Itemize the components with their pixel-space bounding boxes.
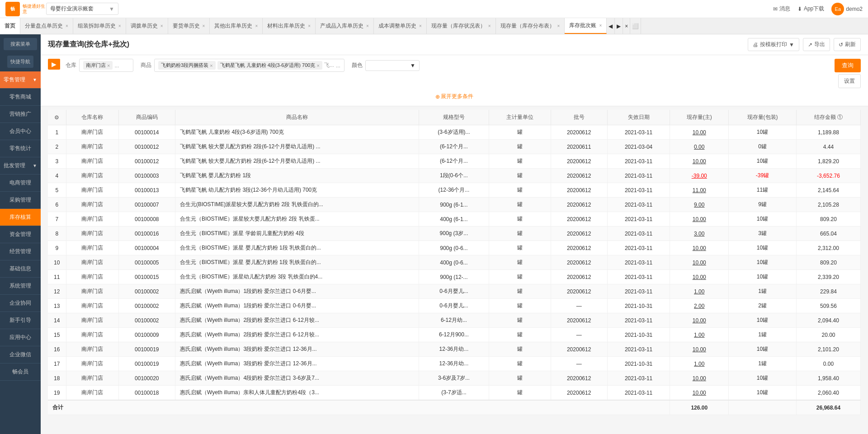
cell-stock-main[interactable]: 1.00 bbox=[670, 284, 729, 299]
tab-maximize[interactable]: ⬜ bbox=[630, 18, 641, 34]
sidebar-item-membership[interactable]: 会员中心 bbox=[0, 123, 41, 140]
tab-kucun1[interactable]: 现存量（库存状况表） × bbox=[427, 18, 496, 34]
tab-close-diaob[interactable]: × bbox=[160, 24, 163, 28]
tab-close-chancheng[interactable]: × bbox=[366, 24, 369, 28]
warehouse-dots[interactable]: ... bbox=[114, 62, 119, 69]
cell-balance: 4.44 bbox=[796, 140, 860, 154]
cell-stock-main[interactable]: 1.00 bbox=[670, 357, 729, 371]
cell-unit: 罐 bbox=[489, 342, 551, 357]
app-download-button[interactable]: ⬇ App下载 bbox=[797, 5, 824, 13]
tab-nav-prev[interactable]: ◀ bbox=[607, 18, 615, 34]
col-setting[interactable]: ⚙ bbox=[48, 110, 66, 125]
tab-close-zuhe[interactable]: × bbox=[118, 24, 121, 28]
cell-stock-main[interactable]: 2.00 bbox=[670, 299, 729, 313]
tab-qitachuku[interactable]: 其他出库单历史 × bbox=[210, 18, 263, 34]
tab-kucun3[interactable]: 库存批次账 × bbox=[565, 18, 607, 34]
export-button[interactable]: ↗ 导出 bbox=[803, 38, 830, 51]
sidebar-item-retail-shop[interactable]: 零售商城 bbox=[0, 89, 41, 106]
filter-expand-arrow[interactable]: ▶ bbox=[48, 59, 60, 70]
tab-close-fenpan[interactable]: × bbox=[66, 24, 68, 28]
goods-tag-1-close[interactable]: × bbox=[210, 63, 212, 68]
tab-yaohuo[interactable]: 要货单历史 × bbox=[168, 18, 210, 34]
expand-more-button[interactable]: ⊕ 展开更多条件 bbox=[432, 91, 477, 102]
sidebar-item-retail-stats[interactable]: 零售统计 bbox=[0, 140, 41, 157]
cell-stock-main[interactable]: 10.00 bbox=[670, 313, 729, 328]
setting-button[interactable]: 设置 bbox=[838, 74, 861, 88]
color-dropdown[interactable]: ▼ bbox=[365, 60, 420, 71]
sidebar: 搜索菜单 快捷导航 零售管理 ▼ 零售商城 营销推广 会员中心 零售统计 批发管… bbox=[0, 34, 41, 434]
quick-nav-button[interactable]: 快捷导航 bbox=[7, 56, 33, 68]
sidebar-item-wholesale[interactable]: 批发管理 ▼ bbox=[0, 157, 41, 175]
messages-button[interactable]: ✉ 消息 bbox=[773, 5, 790, 13]
cell-code: 00100018 bbox=[118, 386, 175, 401]
sidebar-item-marketing[interactable]: 营销推广 bbox=[0, 106, 41, 123]
sidebar-item-finance[interactable]: 资金管理 bbox=[0, 226, 41, 243]
sidebar-item-guide[interactable]: 新手引导 bbox=[0, 312, 41, 329]
cell-stock-main[interactable]: 10.00 bbox=[670, 342, 729, 357]
query-button[interactable]: 查询 bbox=[835, 59, 861, 72]
sidebar-item-wechat[interactable]: 企业微信 bbox=[0, 346, 41, 363]
tab-close-kucun2[interactable]: × bbox=[557, 24, 560, 28]
sidebar-item-enterprise[interactable]: 企业协同 bbox=[0, 295, 41, 312]
sidebar-item-operations[interactable]: 经营管理 bbox=[0, 243, 41, 260]
tab-fenpan[interactable]: 分量盘点单历史 × bbox=[20, 18, 73, 34]
tab-diaob[interactable]: 调拨单历史 × bbox=[126, 18, 168, 34]
cell-expiry: 2021-03-11 bbox=[607, 226, 670, 241]
cell-stock-pkg: 10罐 bbox=[729, 241, 797, 255]
cell-balance: 809.20 bbox=[796, 255, 860, 270]
cell-stock-main[interactable]: 3.00 bbox=[670, 226, 729, 241]
cell-stock-main[interactable]: 1.00 bbox=[670, 328, 729, 342]
tab-close-cailiao[interactable]: × bbox=[308, 24, 311, 28]
tab-cailiao[interactable]: 材料出库单历史 × bbox=[263, 18, 316, 34]
cell-stock-main[interactable]: 10.00 bbox=[670, 241, 729, 255]
sidebar-item-apps[interactable]: 应用中心 bbox=[0, 329, 41, 346]
sidebar-item-basic-info[interactable]: 基础信息 bbox=[0, 260, 41, 278]
table-row: 18 南岸门店 00100020 惠氏启赋（Wyeth illuma）4段奶粉 … bbox=[48, 371, 861, 386]
footer-total-balance: 26,968.64 bbox=[796, 400, 860, 415]
tab-close-kucun1[interactable]: × bbox=[488, 24, 491, 28]
goods-filter-input[interactable]: 飞鹤奶粉3段丙捆搭装 × 飞鹤星飞帆 儿童奶粉 4段(3-6岁适用) 700克 … bbox=[154, 59, 344, 72]
refresh-button[interactable]: ↺ 刷新 bbox=[834, 38, 861, 51]
cell-stock-main[interactable]: 10.00 bbox=[670, 154, 729, 169]
tab-kucun2[interactable]: 现存量（库存分布表） × bbox=[496, 18, 565, 34]
cell-stock-main[interactable]: 10.00 bbox=[670, 125, 729, 140]
sidebar-item-purchase[interactable]: 采购管理 bbox=[0, 192, 41, 209]
cell-stock-main[interactable]: 10.00 bbox=[670, 255, 729, 270]
cell-stock-main[interactable]: 11.00 bbox=[670, 183, 729, 198]
tab-close-kucun3[interactable]: × bbox=[599, 23, 602, 28]
setting-icon[interactable]: ⚙ bbox=[54, 114, 59, 121]
user-profile[interactable]: Ea demo2 bbox=[831, 3, 863, 15]
goods-dots[interactable]: 飞... bbox=[324, 61, 334, 69]
industry-selector[interactable]: 母婴行业演示账套 ▼ bbox=[46, 3, 118, 15]
cell-stock-main[interactable]: 10.00 bbox=[670, 212, 729, 226]
tab-nav-next[interactable]: ▶ bbox=[615, 18, 623, 34]
tab-home[interactable]: 首页 bbox=[0, 18, 20, 34]
cell-stock-main[interactable]: 10.00 bbox=[670, 386, 729, 401]
warehouse-filter-input[interactable]: 南岸门店 × ... bbox=[79, 59, 133, 72]
sidebar-item-inventory[interactable]: 库存核算 bbox=[0, 209, 41, 226]
sidebar-item-ecommerce[interactable]: 电商管理 bbox=[0, 175, 41, 192]
tab-chengben[interactable]: 成本调整单历史 × bbox=[374, 18, 427, 34]
cell-stock-main[interactable]: -39.00 bbox=[670, 169, 729, 183]
sidebar-item-retail-mgmt[interactable]: 零售管理 ▼ bbox=[0, 71, 41, 89]
tab-close-all[interactable]: × bbox=[623, 18, 630, 34]
cell-stock-main[interactable]: 10.00 bbox=[670, 371, 729, 386]
warehouse-tag-close[interactable]: × bbox=[107, 63, 110, 68]
tab-chancheng[interactable]: 产成品入库单历史 × bbox=[316, 18, 374, 34]
search-menu-button[interactable]: 搜索菜单 bbox=[4, 38, 37, 50]
goods-tag-2-close[interactable]: × bbox=[316, 63, 319, 68]
tab-close-yaohuo[interactable]: × bbox=[203, 24, 205, 28]
cell-stock-main[interactable]: 9.00 bbox=[670, 198, 729, 212]
sidebar-item-member[interactable]: 畅会员 bbox=[0, 363, 41, 381]
goods-more-dots[interactable]: ... bbox=[336, 62, 340, 69]
cell-stock-main[interactable]: 0.00 bbox=[670, 140, 729, 154]
table-row: 14 南岸门店 00100002 惠氏启赋（Wyeth illuma）2段奶粉 … bbox=[48, 313, 861, 328]
tab-close-qitachuku[interactable]: × bbox=[255, 24, 258, 28]
template-print-button[interactable]: 🖨 按模板打印 ▼ bbox=[748, 38, 799, 51]
cell-expiry: 2021-03-11 bbox=[607, 183, 670, 198]
cell-index: 12 bbox=[48, 284, 66, 299]
sidebar-item-system[interactable]: 系统管理 bbox=[0, 278, 41, 295]
cell-stock-main[interactable]: 10.00 bbox=[670, 270, 729, 284]
tab-zuhe[interactable]: 组装拆卸单历史 × bbox=[73, 18, 126, 34]
tab-close-chengben[interactable]: × bbox=[419, 24, 422, 28]
